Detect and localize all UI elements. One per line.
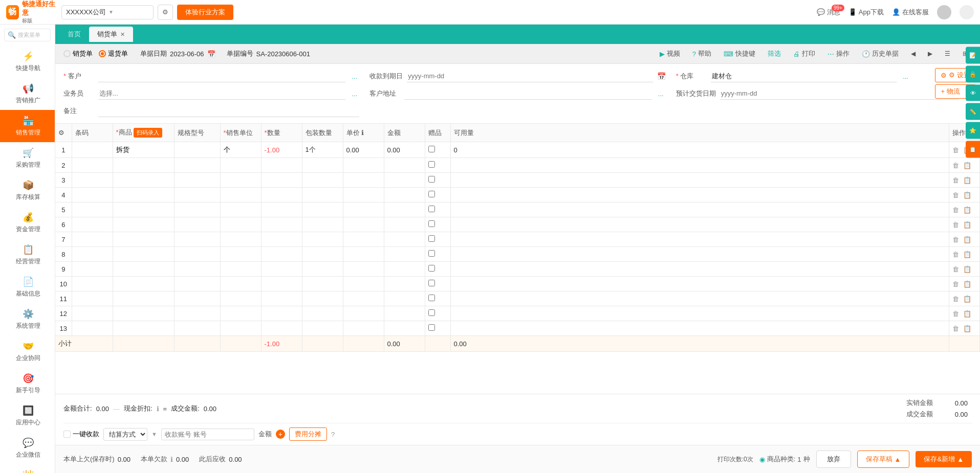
row-gift[interactable] bbox=[425, 321, 450, 336]
row-amount[interactable] bbox=[384, 158, 425, 173]
row-amount[interactable] bbox=[384, 217, 425, 232]
row-unit[interactable] bbox=[220, 277, 261, 291]
search-input-wrapper[interactable]: 🔍 搜索菜单 bbox=[4, 29, 51, 41]
expense-split-button[interactable]: 费用分摊 bbox=[289, 427, 327, 441]
delete-icon[interactable]: 🗑 bbox=[952, 310, 959, 318]
row-barcode[interactable] bbox=[72, 202, 113, 217]
row-gift[interactable] bbox=[425, 173, 450, 188]
copy-icon[interactable]: 📋 bbox=[963, 280, 971, 288]
row-gift[interactable] bbox=[425, 277, 450, 291]
sidebar-item-enterprise[interactable]: 🤝 企业协同 bbox=[0, 335, 55, 368]
row-spec[interactable] bbox=[174, 232, 220, 247]
row-barcode[interactable] bbox=[72, 232, 113, 247]
payment-method-select[interactable]: 结算方式 bbox=[103, 428, 147, 441]
copy-icon[interactable]: 📋 bbox=[963, 191, 971, 199]
row-barcode[interactable] bbox=[72, 262, 113, 277]
row-pack-qty[interactable]: 1个 bbox=[302, 142, 343, 158]
row-barcode[interactable] bbox=[72, 173, 113, 188]
avatar[interactable] bbox=[937, 5, 951, 19]
row-product[interactable] bbox=[113, 217, 174, 232]
row-price[interactable] bbox=[343, 173, 384, 188]
delete-icon[interactable]: 🗑 bbox=[952, 280, 959, 288]
product-type-selector[interactable]: ◉ 商品种类: 1 种 bbox=[759, 455, 810, 464]
float-btn-4[interactable]: ✏️ bbox=[966, 103, 980, 120]
row-qty[interactable] bbox=[261, 232, 302, 247]
row-amount[interactable] bbox=[384, 247, 425, 262]
grid-view-btn[interactable]: ☰ bbox=[941, 48, 954, 59]
row-gift[interactable] bbox=[425, 306, 450, 321]
sidebar-item-marketing[interactable]: 📢 营销推广 bbox=[0, 78, 55, 110]
delete-icon[interactable]: 🗑 bbox=[952, 221, 959, 229]
sidebar-item-base[interactable]: 📄 基础信息 bbox=[0, 271, 55, 303]
row-barcode[interactable] bbox=[72, 158, 113, 173]
delete-icon[interactable]: 🗑 bbox=[952, 146, 959, 154]
row-amount[interactable] bbox=[384, 306, 425, 321]
copy-icon[interactable]: 📋 bbox=[963, 251, 971, 258]
row-qty[interactable] bbox=[261, 188, 302, 202]
copy-icon[interactable]: 📋 bbox=[963, 295, 971, 303]
customer-input[interactable] bbox=[98, 70, 345, 82]
row-product[interactable] bbox=[113, 247, 174, 262]
row-price[interactable] bbox=[343, 277, 384, 291]
sidebar-item-purchase[interactable]: 🛒 采购管理 bbox=[0, 142, 55, 174]
print-btn[interactable]: 🖨 打印 bbox=[789, 47, 819, 60]
row-spec[interactable] bbox=[174, 247, 220, 262]
float-btn-6[interactable]: 📋 bbox=[966, 141, 980, 158]
sidebar-item-guide[interactable]: 🎯 新手引导 bbox=[0, 368, 55, 400]
row-amount[interactable] bbox=[384, 291, 425, 306]
copy-icon[interactable]: 📋 bbox=[963, 162, 971, 169]
delete-icon[interactable]: 🗑 bbox=[952, 236, 959, 243]
row-gift[interactable] bbox=[425, 188, 450, 202]
history-btn[interactable]: 🕐 历史单据 bbox=[858, 47, 903, 60]
row-amount[interactable] bbox=[384, 202, 425, 217]
row-barcode[interactable] bbox=[72, 142, 113, 158]
row-spec[interactable] bbox=[174, 277, 220, 291]
row-amount[interactable] bbox=[384, 173, 425, 188]
row-qty[interactable] bbox=[261, 321, 302, 336]
remark-input[interactable] bbox=[98, 105, 359, 117]
row-pack-qty[interactable] bbox=[302, 232, 343, 247]
radio-return[interactable]: 退货单 bbox=[99, 49, 128, 58]
row-gift[interactable] bbox=[425, 291, 450, 306]
row-product[interactable] bbox=[113, 142, 174, 158]
row-product[interactable] bbox=[113, 321, 174, 336]
row-product[interactable] bbox=[113, 173, 174, 188]
row-gift[interactable] bbox=[425, 217, 450, 232]
row-unit[interactable] bbox=[220, 142, 261, 158]
sidebar-item-inventory[interactable]: 📦 库存核算 bbox=[0, 174, 55, 207]
row-unit[interactable] bbox=[220, 262, 261, 277]
row-spec[interactable] bbox=[174, 202, 220, 217]
copy-icon[interactable]: 📋 bbox=[963, 265, 971, 273]
row-barcode[interactable] bbox=[72, 217, 113, 232]
row-qty[interactable] bbox=[261, 247, 302, 262]
copy-icon[interactable]: 📋 bbox=[963, 325, 971, 332]
delete-icon[interactable]: 🗑 bbox=[952, 295, 959, 303]
row-pack-qty[interactable] bbox=[302, 277, 343, 291]
customer-dots[interactable]: ... bbox=[350, 73, 359, 80]
row-qty[interactable] bbox=[261, 173, 302, 188]
row-amount[interactable] bbox=[384, 321, 425, 336]
copy-icon[interactable]: 📋 bbox=[963, 176, 971, 184]
delete-icon[interactable]: 🗑 bbox=[952, 191, 959, 199]
row-price[interactable] bbox=[343, 306, 384, 321]
scan-button[interactable]: 扫码录入 bbox=[134, 128, 162, 138]
row-amount[interactable] bbox=[384, 232, 425, 247]
row-gift[interactable] bbox=[425, 142, 450, 158]
row-unit[interactable] bbox=[220, 321, 261, 336]
row-product[interactable] bbox=[113, 262, 174, 277]
row-price[interactable] bbox=[343, 188, 384, 202]
row-price[interactable] bbox=[343, 202, 384, 217]
row-gift[interactable] bbox=[425, 158, 450, 173]
row-barcode[interactable] bbox=[72, 291, 113, 306]
row-unit[interactable] bbox=[220, 232, 261, 247]
row-qty[interactable] bbox=[261, 306, 302, 321]
delete-icon[interactable]: 🗑 bbox=[952, 251, 959, 258]
row-price[interactable] bbox=[343, 291, 384, 306]
delete-icon[interactable]: 🗑 bbox=[952, 176, 959, 184]
row-pack-qty[interactable] bbox=[302, 173, 343, 188]
row-unit[interactable] bbox=[220, 202, 261, 217]
row-spec[interactable] bbox=[174, 158, 220, 173]
salesperson-input[interactable] bbox=[98, 87, 345, 100]
row-gift[interactable] bbox=[425, 232, 450, 247]
row-unit[interactable] bbox=[220, 158, 261, 173]
